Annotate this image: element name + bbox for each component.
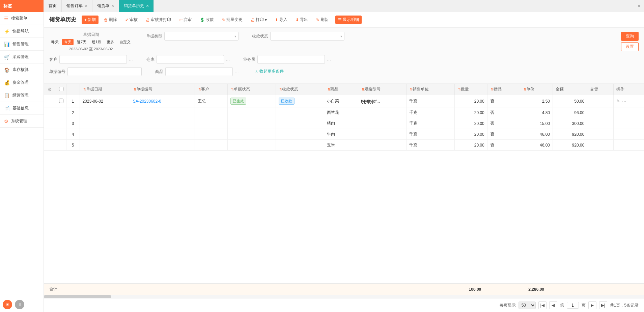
sidebar-item-sales-mgmt[interactable]: 📊 销售管理 [0, 38, 44, 51]
warehouse-filter-group: 仓库 ... [146, 55, 230, 64]
sidebar-item-sys-mgmt[interactable]: ⚙ 系统管理 [0, 115, 44, 128]
th-spec[interactable]: ⇅规格型号 [358, 84, 407, 95]
collapse-button[interactable]: ∧ 收起更多条件 [252, 67, 286, 76]
page-number-input[interactable] [567, 302, 579, 309]
abandon-button[interactable]: ↩ 弃审 [176, 16, 194, 24]
th-date[interactable]: ⇅单据日期 [80, 84, 130, 95]
th-unit[interactable]: ⇅销售单位 [406, 84, 454, 95]
th-gift[interactable]: ⇅赠品 [487, 84, 520, 95]
td-product: 小白菜 [324, 95, 358, 107]
sidebar-item-search-menu[interactable]: ☰ 搜索菜单 [0, 12, 44, 25]
sidebar-item-quick-nav[interactable]: ⚡ 快捷导航 [0, 25, 44, 38]
export-button[interactable]: ⬇ 导出 [293, 16, 311, 24]
td-collect-status [276, 140, 324, 151]
import-button[interactable]: ⬆ 导入 [272, 16, 290, 24]
sidebar-item-fund-mgmt[interactable]: 💰 资金管理 [0, 76, 44, 89]
date-tab-1month[interactable]: 近1月 [90, 39, 103, 45]
close-icon[interactable]: ✕ [85, 4, 87, 8]
close-icon[interactable]: ✕ [146, 4, 149, 8]
date-tab-7days[interactable]: 近7天 [75, 39, 88, 45]
th-price[interactable]: ⇅单价 [520, 84, 553, 95]
add-button[interactable]: + 新增 [82, 16, 99, 24]
doc-no-link[interactable]: SA-20230602-0 [133, 99, 161, 104]
tab-sales-order[interactable]: 销售订单 ✕ [62, 0, 92, 12]
filter-actions: 查询 设置 [621, 32, 639, 51]
print-button[interactable]: 🖨 打印 ▾ [248, 16, 270, 24]
status-badge-collected: 已收款 [279, 98, 295, 105]
edit-icon[interactable]: ✎ [616, 99, 620, 104]
tab-home[interactable]: 首页 [44, 0, 62, 12]
doc-no-input[interactable] [67, 67, 142, 76]
row-checkbox[interactable] [59, 99, 63, 103]
th-customer[interactable]: ⇅客户 [195, 84, 228, 95]
last-page-button[interactable]: ▶| [599, 301, 607, 309]
first-page-button[interactable]: |◀ [538, 301, 547, 309]
abandon-icon: ↩ [179, 18, 183, 22]
delete-icon: 🗑 [104, 18, 108, 22]
td-action [614, 107, 644, 118]
salesperson-input[interactable] [257, 55, 325, 64]
tabs-close-all[interactable]: ✕ [637, 4, 644, 8]
doc-type-select[interactable]: ▾ [164, 32, 239, 41]
close-icon[interactable]: ✕ [111, 4, 114, 8]
th-amount[interactable]: 金额 [553, 84, 587, 95]
collapse-arrow: ∧ [255, 69, 258, 74]
scroll-thumb[interactable] [44, 295, 111, 298]
scroll-track [44, 295, 644, 298]
th-gear[interactable]: ⚙ [44, 84, 56, 95]
th-qty[interactable]: ⇅数量 [454, 84, 487, 95]
scroll-bar[interactable] [44, 295, 644, 298]
td-spec [358, 129, 407, 140]
date-tab-custom[interactable]: 自定义 [117, 39, 133, 45]
warehouse-dots[interactable]: ... [226, 57, 230, 62]
date-tab-more[interactable]: 更多 [105, 39, 116, 45]
show-detail-button[interactable]: ☰ 显示明细 [335, 16, 362, 24]
per-page-select[interactable]: 50 100 200 [519, 302, 536, 309]
next-page-button[interactable]: ▶ [588, 301, 596, 309]
more-icon[interactable]: ⋯ [622, 99, 626, 104]
sidebar-item-stock-calc[interactable]: 🏠 库存核算 [0, 63, 44, 76]
warehouse-input[interactable] [157, 55, 224, 64]
sidebar-bottom-btn-2[interactable]: ⏸ [15, 300, 24, 309]
collect-status-label: 收款状态 [252, 33, 268, 39]
product-dots[interactable]: ... [235, 69, 239, 74]
tab-sales-goods[interactable]: 销货单 ✕ [92, 0, 119, 12]
doc-type-arrow: ▾ [234, 34, 236, 38]
salesperson-dots[interactable]: ... [327, 57, 331, 62]
customer-input[interactable] [59, 55, 127, 64]
sidebar-bottom-btn-1[interactable]: ☀ [3, 300, 12, 309]
td-amount: 920.00 [553, 129, 587, 140]
td-customer [195, 118, 228, 129]
sidebar-item-purchase-mgmt[interactable]: 🛒 采购管理 [0, 51, 44, 63]
sidebar-item-biz-mgmt[interactable]: 📋 经营管理 [0, 89, 44, 102]
customer-dots[interactable]: ... [129, 57, 133, 62]
th-product[interactable]: ⇅商品 [324, 84, 358, 95]
delete-button[interactable]: 🗑 删除 [101, 16, 120, 24]
date-tab-today[interactable]: 今天 [62, 39, 74, 45]
collect-button[interactable]: 💲 收款 [197, 16, 217, 24]
td-product: 猪肉 [324, 118, 358, 129]
audit-button[interactable]: ✔ 审核 [122, 16, 140, 24]
select-all-checkbox[interactable] [59, 87, 63, 91]
sidebar-item-basic-info[interactable]: 📄 基础信息 [0, 102, 44, 115]
sort-icon: ⇅ [362, 87, 364, 91]
th-doc-status[interactable]: ⇅单据状态 [228, 84, 276, 95]
import-icon: ⬆ [275, 18, 278, 22]
th-collect-status[interactable]: ⇅收款状态 [276, 84, 324, 95]
query-button[interactable]: 查询 [621, 32, 639, 41]
product-input[interactable] [165, 67, 233, 76]
batch-change-button[interactable]: ✎ 批量变更 [219, 16, 245, 24]
collect-status-select[interactable]: ▾ [270, 32, 344, 41]
th-doc-no[interactable]: ⇅单据编号 [130, 84, 195, 95]
date-tab-yesterday[interactable]: 昨天 [49, 39, 61, 45]
prev-page-button[interactable]: ◀ [549, 301, 557, 309]
td-gear [44, 140, 56, 151]
tab-sales-history[interactable]: 销货单历史 ✕ [119, 0, 154, 12]
refresh-button[interactable]: ↻ 刷新 [313, 16, 331, 24]
audit-print-label: 审核并打印 [151, 17, 171, 23]
settings-button[interactable]: 设置 [621, 42, 639, 51]
th-trade[interactable]: 交货 [587, 84, 614, 95]
date-filter-label: 单据日期 [83, 32, 99, 37]
audit-print-button[interactable]: 🖨 审核并打印 [143, 16, 174, 24]
td-doc-no[interactable]: SA-20230602-0 [130, 95, 195, 107]
